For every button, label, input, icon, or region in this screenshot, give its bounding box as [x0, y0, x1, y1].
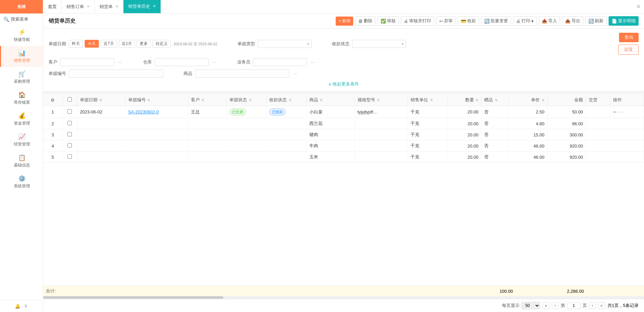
date-btn-today[interactable]: 今天	[85, 40, 99, 48]
sort-customer-icon: ⇅	[201, 98, 204, 102]
pay-status-select[interactable]	[352, 40, 406, 48]
tab-sales-goods-close[interactable]: ✕	[115, 4, 118, 9]
row-check[interactable]	[62, 140, 77, 152]
row-check[interactable]	[62, 152, 77, 163]
agent-dots-btn[interactable]: ···	[310, 59, 316, 65]
col-goods[interactable]: 商品 ⇅	[306, 94, 355, 106]
date-btn-custom[interactable]: 自定义	[152, 40, 171, 48]
check-all[interactable]	[67, 97, 72, 102]
table-row: 3 猪肉 千克 20.00 否 15.00 300.00	[43, 129, 644, 140]
sidebar-item-sales[interactable]: 📊 销售管理	[0, 46, 43, 67]
print-button[interactable]: 🖨 打印 ▾	[513, 16, 537, 26]
warehouse-input[interactable]	[155, 58, 208, 66]
warehouse-dots-btn[interactable]: ···	[211, 59, 217, 65]
customer-input[interactable]	[60, 58, 114, 66]
per-page-select[interactable]: 50 100 200	[522, 302, 540, 309]
query-button[interactable]: 查询	[619, 33, 639, 42]
next-page-btn[interactable]: ›	[589, 302, 596, 309]
sidebar-item-finance[interactable]: 💰 资金管理	[0, 109, 43, 130]
abandon-button[interactable]: ↩ 弃审	[436, 16, 456, 26]
doc-type-field: 单据类型	[237, 40, 312, 48]
delete-button[interactable]: 🗑 删除	[355, 16, 375, 26]
doc-no-link[interactable]: SA-20230602-0	[128, 109, 159, 114]
goods-input[interactable]	[195, 70, 289, 78]
col-price[interactable]: 单价 ⇅	[509, 94, 547, 106]
tab-sales-history-close[interactable]: ✕	[153, 4, 156, 8]
sidebar-item-system[interactable]: ⚙️ 系统管理	[0, 172, 43, 192]
sidebar-item-quicknav[interactable]: ⚡ 快捷导航	[0, 25, 43, 46]
col-unit[interactable]: 销售单位 ⇅	[408, 94, 447, 106]
export-button[interactable]: 📤 导出	[562, 16, 583, 26]
tab-sales-order-close[interactable]: ✕	[87, 4, 90, 9]
new-button[interactable]: + 新增	[336, 17, 353, 26]
row-trade	[586, 152, 610, 163]
col-qty[interactable]: 数量 ⇅	[448, 94, 481, 106]
collapse-button[interactable]: ∧ 收起更多条件	[49, 81, 639, 87]
date-btn-1month[interactable]: 近1月	[119, 40, 135, 48]
prev-page-btn[interactable]: ‹	[552, 302, 559, 309]
sort-unit-icon: ⇅	[430, 98, 433, 102]
tab-home[interactable]: 首页	[43, 0, 62, 13]
table-container: ⚙ 单据日期 ⇅ 单据编号 ⇅ 客户 ⇅	[43, 94, 644, 286]
tab-home-label: 首页	[48, 4, 57, 10]
row-checkbox[interactable]	[67, 143, 72, 148]
customer-dots-btn[interactable]: ···	[117, 59, 123, 65]
notification-icon[interactable]: 🔔	[15, 304, 20, 309]
receive-button[interactable]: 💳 收款	[458, 16, 479, 26]
pause-icon[interactable]: ⏸	[24, 304, 28, 309]
date-btn-more[interactable]: 更多	[137, 40, 151, 48]
row-spec	[355, 118, 408, 129]
row-check[interactable]	[62, 106, 77, 118]
col-spec[interactable]: 规格型号 ⇅	[355, 94, 408, 106]
row-check[interactable]	[62, 129, 77, 140]
purchase-icon: 🛒	[18, 70, 26, 78]
horizontal-scrollbar[interactable]	[43, 296, 644, 299]
doc-type-select[interactable]	[258, 40, 312, 48]
agent-input[interactable]	[253, 58, 307, 66]
import-button[interactable]: 📥 导入	[539, 16, 560, 26]
date-btn-yesterday[interactable]: 昨天	[69, 40, 83, 48]
batch-change-button[interactable]: 🔄 批量变更	[481, 16, 511, 26]
sidebar-item-search[interactable]: 🔍 搜索菜单	[0, 14, 43, 25]
more-icon[interactable]: ⋯	[618, 109, 623, 115]
col-customer[interactable]: 客户 ⇅	[188, 94, 226, 106]
col-settings[interactable]: ⚙	[43, 94, 62, 106]
sidebar-item-operations[interactable]: 📈 经营管理	[0, 130, 43, 151]
goods-dots-btn[interactable]: ···	[292, 71, 298, 76]
sidebar-item-baseinfo[interactable]: 📋 基础信息	[0, 151, 43, 172]
tab-sales-history[interactable]: 销货单历史 ✕	[123, 0, 161, 13]
page-input[interactable]	[567, 302, 581, 309]
row-no	[125, 129, 188, 140]
sort-paystatus-icon: ⇅	[289, 98, 291, 102]
last-page-btn[interactable]: »	[598, 302, 606, 309]
row-checkbox[interactable]	[67, 154, 72, 159]
edit-icon[interactable]: ✏	[613, 109, 617, 115]
refresh-button[interactable]: 🔃 刷新	[585, 16, 607, 26]
audit-print-button[interactable]: 🖨 审核并打印	[401, 16, 434, 26]
row-check[interactable]	[62, 118, 77, 129]
col-gift[interactable]: 赠品 ⇅	[481, 94, 509, 106]
col-doc-status[interactable]: 单据状态 ⇅	[227, 94, 267, 106]
row-doc-status	[227, 140, 267, 152]
col-check	[62, 94, 77, 106]
col-no[interactable]: 单据编号 ⇅	[125, 94, 188, 106]
tab-sales-order[interactable]: 销售订单 ✕	[62, 0, 95, 13]
row-no	[125, 140, 188, 152]
sidebar-item-purchase[interactable]: 🛒 采购管理	[0, 67, 43, 88]
sidebar-item-inventory[interactable]: 🏠 库存核算	[0, 88, 43, 109]
set-button[interactable]: 设置	[618, 45, 639, 55]
row-checkbox[interactable]	[67, 121, 72, 125]
col-pay-status[interactable]: 收款状态 ⇅	[267, 94, 306, 106]
col-date[interactable]: 单据日期 ⇅	[77, 94, 125, 106]
row-checkbox[interactable]	[67, 132, 72, 136]
audit-button[interactable]: ✅ 审核	[377, 16, 399, 26]
show-detail-button[interactable]: 📄 显示明细	[609, 16, 639, 26]
first-page-btn[interactable]: «	[542, 302, 550, 309]
tabs-bar-close-btn[interactable]: ✕	[636, 3, 644, 10]
doc-no-input[interactable]	[69, 70, 163, 78]
date-btn-7days[interactable]: 近7天	[101, 40, 117, 48]
doc-status-badge: 已生效	[229, 108, 246, 115]
tab-sales-goods[interactable]: 销货单 ✕	[95, 0, 123, 13]
row-action	[610, 140, 644, 152]
row-checkbox[interactable]	[67, 109, 72, 114]
